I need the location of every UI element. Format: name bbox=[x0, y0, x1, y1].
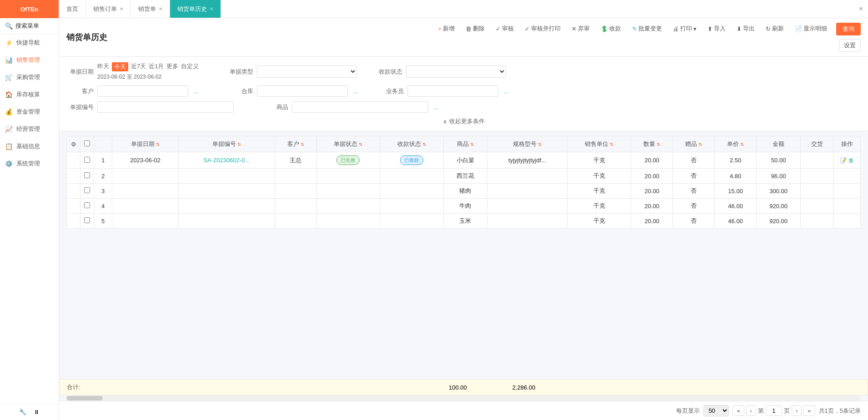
refresh-button[interactable]: ↻ 刷新 bbox=[762, 23, 788, 35]
audit-print-button[interactable]: ✓ 审核并打印 bbox=[521, 23, 564, 35]
collect-button[interactable]: 💲 收款 bbox=[597, 23, 625, 35]
goods-label: 商品 bbox=[261, 103, 288, 111]
col-goods[interactable]: 商品 ⇅ bbox=[444, 136, 487, 152]
collapse-button[interactable]: ∧ 收起更多条件 bbox=[66, 117, 861, 125]
staff-input[interactable] bbox=[407, 85, 498, 97]
page-content: 销货单历史 + 新增 🗑 删除 ✓ 审核 ✓ bbox=[59, 18, 868, 420]
sort-doc-no-icon: ⇅ bbox=[237, 142, 241, 147]
col-price[interactable]: 单价 ⇅ bbox=[715, 136, 757, 152]
table-head: ⚙ 单据日期 ⇅ 单据编号 bbox=[67, 136, 861, 152]
staff-label: 业务员 bbox=[376, 87, 404, 95]
summary-quantity: 100.00 bbox=[449, 384, 467, 391]
query-button[interactable]: 查询 bbox=[836, 23, 861, 35]
sidebar-bottom-icons: 🔧 ⏸ bbox=[0, 404, 59, 420]
tab-sales-order[interactable]: 销售订单 ✕ bbox=[86, 0, 131, 18]
col-unit[interactable]: 销售单位 ⇅ bbox=[567, 136, 631, 152]
doc-no-input[interactable] bbox=[97, 101, 234, 113]
date-1month[interactable]: 近1月 bbox=[149, 62, 164, 71]
col-doc-no[interactable]: 单据编号 ⇅ bbox=[179, 136, 275, 152]
horizontal-scrollbar[interactable] bbox=[66, 395, 861, 401]
sidebar-item-finance[interactable]: 💰 资金管理 bbox=[0, 103, 59, 120]
sidebar-item-inventory[interactable]: 🏠 库存核算 bbox=[0, 86, 59, 103]
tab-bar-close-all[interactable]: ✕ bbox=[858, 5, 868, 12]
table-row: 4牛肉千克20.00否46.00920.00 bbox=[67, 199, 861, 214]
action-btn-1[interactable]: 🗑 bbox=[848, 157, 854, 164]
sidebar-item-label: 快捷导航 bbox=[16, 39, 40, 47]
sidebar-item-purchase-mgmt[interactable]: 🛒 采购管理 bbox=[0, 69, 59, 86]
row-checkbox-0[interactable] bbox=[84, 157, 90, 163]
audit-button[interactable]: ✓ 审核 bbox=[492, 23, 517, 35]
first-page-button[interactable]: « bbox=[733, 405, 744, 416]
setting-button[interactable]: 设置 bbox=[839, 39, 861, 52]
print-button[interactable]: 🖨 打印 ▾ bbox=[669, 23, 700, 35]
sidebar-item-operations[interactable]: 📈 经营管理 bbox=[0, 120, 59, 138]
col-doc-status[interactable]: 单据状态 ⇅ bbox=[316, 136, 380, 152]
main-content: 首页 销售订单 ✕ 销货单 ✕ 销货单历史 ✕ ✕ 销货单历史 + 新增 bbox=[59, 0, 868, 420]
warehouse-dots[interactable]: ... bbox=[353, 88, 358, 95]
search-menu-item[interactable]: 🔍 搜索菜单 bbox=[0, 18, 59, 34]
batch-change-button[interactable]: ✎ 批量变更 bbox=[628, 23, 666, 35]
select-all-checkbox[interactable] bbox=[84, 140, 90, 146]
page-nav: « ‹ 第 页 › » bbox=[733, 405, 815, 416]
date-range: 2023-06-02 至 2023-06-02 bbox=[97, 73, 199, 81]
warehouse-input[interactable] bbox=[257, 85, 348, 97]
row-checkbox-2[interactable] bbox=[84, 187, 90, 193]
new-button[interactable]: + 新增 bbox=[434, 23, 458, 35]
sidebar-item-quick-nav[interactable]: ⚡ 快捷导航 bbox=[0, 34, 59, 51]
summary-amount: 2,286.00 bbox=[512, 384, 536, 391]
tab-sales-goods-history-close[interactable]: ✕ bbox=[210, 6, 213, 11]
col-gift[interactable]: 赠品 ⇅ bbox=[673, 136, 715, 152]
col-customer[interactable]: 客户 ⇅ bbox=[275, 136, 316, 152]
delete-button[interactable]: 🗑 删除 bbox=[462, 23, 488, 35]
doc-type-select[interactable] bbox=[257, 65, 357, 78]
abandon-button[interactable]: ✕ 弃审 bbox=[568, 23, 593, 35]
col-collect-status[interactable]: 收款状态 ⇅ bbox=[380, 136, 444, 152]
show-detail-button[interactable]: 📄 显示明细 bbox=[791, 23, 831, 35]
tab-sales-goods-history[interactable]: 销货单历史 ✕ bbox=[170, 0, 221, 18]
row-checkbox-3[interactable] bbox=[84, 202, 90, 208]
sidebar-item-basic-info[interactable]: 📋 基础信息 bbox=[0, 138, 59, 155]
customer-filter: 客户 ... bbox=[66, 85, 199, 97]
col-quantity[interactable]: 数量 ⇅ bbox=[631, 136, 673, 152]
row-checkbox-4[interactable] bbox=[84, 217, 90, 223]
row-checkbox-1[interactable] bbox=[84, 172, 90, 178]
col-spec[interactable]: 规格型号 ⇅ bbox=[487, 136, 567, 152]
pause-icon[interactable]: ⏸ bbox=[34, 409, 40, 415]
settings-bottom-icon[interactable]: 🔧 bbox=[19, 409, 26, 415]
export-button[interactable]: ⬇ 导出 bbox=[733, 23, 758, 35]
last-page-button[interactable]: » bbox=[803, 405, 815, 416]
import-button[interactable]: ⬆ 导入 bbox=[704, 23, 729, 35]
warehouse-label: 合库 bbox=[226, 87, 253, 95]
table-row: 2西兰花千克20.00否4.8096.00 bbox=[67, 169, 861, 184]
tab-sales-goods[interactable]: 销货单 ✕ bbox=[131, 0, 170, 18]
print-icon: 🖨 bbox=[673, 25, 679, 32]
col-gear[interactable]: ⚙ bbox=[67, 136, 80, 152]
per-page-select[interactable]: 50 20 100 200 bbox=[703, 405, 729, 416]
page-input[interactable] bbox=[766, 405, 782, 416]
date-yesterday[interactable]: 昨天 bbox=[97, 62, 109, 71]
collect-status-select[interactable] bbox=[406, 65, 506, 78]
customer-dots[interactable]: ... bbox=[194, 88, 199, 95]
per-page-label: 每页显示 bbox=[676, 407, 700, 415]
date-more[interactable]: 更多 bbox=[166, 62, 178, 71]
sort-customer-icon: ⇅ bbox=[301, 142, 304, 147]
goods-dots[interactable]: ... bbox=[434, 104, 439, 110]
col-doc-date[interactable]: 单据日期 ⇅ bbox=[112, 136, 179, 152]
tab-home[interactable]: 首页 bbox=[59, 0, 86, 18]
date-today[interactable]: 今天 bbox=[112, 62, 128, 71]
staff-dots[interactable]: ... bbox=[504, 88, 509, 95]
date-7days[interactable]: 近7天 bbox=[131, 62, 146, 71]
doc-no-link[interactable]: SA-20230602-0... bbox=[203, 157, 250, 164]
next-page-button[interactable]: › bbox=[792, 405, 802, 416]
scrollbar-thumb[interactable] bbox=[66, 396, 103, 400]
sidebar-item-system-mgmt[interactable]: ⚙️ 系统管理 bbox=[0, 155, 59, 172]
collect-status-badge: 已收款 bbox=[400, 155, 423, 165]
tab-sales-order-close[interactable]: ✕ bbox=[120, 6, 123, 11]
goods-input[interactable] bbox=[292, 101, 428, 113]
sidebar-item-sales-mgmt[interactable]: 📊 销售管理 bbox=[0, 51, 59, 69]
date-custom[interactable]: 自定义 bbox=[181, 62, 199, 71]
tab-sales-goods-close[interactable]: ✕ bbox=[159, 6, 162, 11]
customer-input[interactable] bbox=[97, 85, 188, 97]
action-btn-0[interactable]: 📝 bbox=[840, 157, 847, 164]
prev-page-button[interactable]: ‹ bbox=[746, 405, 756, 416]
